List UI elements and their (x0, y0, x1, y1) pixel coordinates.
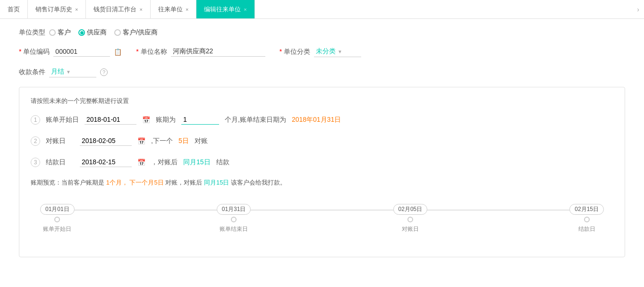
timeline-dot-2 (231, 217, 237, 222)
timeline-node-1: 01月01日 账单开始日 (40, 204, 75, 233)
step-2-date-input[interactable] (80, 136, 132, 146)
step-3-calendar-icon[interactable]: 📅 (137, 159, 145, 166)
step-3-date-input[interactable] (80, 157, 132, 167)
radio-customer-circle (49, 29, 56, 36)
step-1-period-input[interactable] (181, 115, 219, 125)
radio-customer[interactable]: 客户 (49, 28, 71, 37)
tab-partner-close[interactable]: × (186, 7, 188, 12)
timeline-nodes: 01月01日 账单开始日 01月31日 账单结束日 02月05日 对账日 02月… (40, 204, 604, 233)
tab-cash-work-close[interactable]: × (139, 7, 142, 12)
timeline-dot-1 (54, 217, 60, 222)
unit-name-input[interactable] (171, 47, 265, 57)
code-name-row: 单位编码 📋 单位名称 单位分类 未分类 ▼ (19, 46, 625, 57)
timeline-badge-3: 02月05日 (393, 204, 428, 215)
timeline-label-3: 对账日 (402, 225, 419, 233)
preview-mid: 对账，对账后 (165, 179, 202, 186)
radio-group: 客户 供应商 客户/供应商 (49, 28, 158, 37)
unit-type-row: 单位类型 客户 供应商 客户/供应商 (19, 28, 625, 37)
preview-part3: 同月15日 (204, 179, 229, 186)
payment-terms-group: 收款条件 月结 ▼ ? (19, 67, 108, 77)
unit-code-label: 单位编码 (19, 48, 50, 56)
step-1-label: 账单开始日 (46, 116, 79, 124)
tab-sales-history-close[interactable]: × (75, 7, 78, 12)
step-2-prefix: ,下一个 (151, 137, 173, 145)
unit-category-label: 单位分类 (280, 48, 310, 56)
radio-both-label: 客户/供应商 (123, 28, 158, 37)
step-2-suffix: 对账 (195, 137, 208, 145)
tab-edit-partner-close[interactable]: × (244, 7, 246, 12)
unit-name-label: 单位名称 (136, 48, 167, 56)
tab-home[interactable]: 首页 (0, 0, 28, 18)
step-1-period-suffix: 个月,账单结束日期为 (225, 116, 286, 124)
step-2-row: 2 对账日 📅 ,下一个 5日 对账 (31, 136, 613, 146)
payment-terms-label: 收款条件 (19, 68, 45, 76)
step-1-row: 1 账单开始日 📅 账期为 个月,账单结束日期为 2018年01月31日 (31, 115, 613, 125)
step-3-prefix: ，对账后 (151, 158, 178, 167)
timeline-label-4: 结款日 (578, 225, 595, 233)
timeline-dot-3 (407, 217, 413, 222)
timeline-node-4: 02月15日 结款日 (569, 204, 604, 233)
tab-sales-history[interactable]: 销售订单历史 × (28, 0, 86, 18)
step-1-date-input[interactable] (85, 115, 136, 125)
radio-supplier-label: 供应商 (87, 28, 107, 37)
timeline-dot-4 (584, 217, 590, 222)
tab-cash-work-label: 钱货日清工作台 (93, 5, 136, 14)
timeline-badge-2: 01月31日 (217, 204, 251, 215)
unit-code-group: 单位编码 📋 (19, 47, 122, 57)
preview-part1: 1个月， (106, 179, 128, 186)
step-3-highlight: 同月15日 (183, 158, 211, 167)
radio-both-circle (114, 29, 121, 36)
preview-end: 该客户会给我打款。 (231, 179, 286, 186)
payment-row: 收款条件 月结 ▼ ? (19, 67, 625, 77)
payment-terms-arrow: ▼ (66, 69, 71, 75)
radio-customer-label: 客户 (58, 28, 71, 37)
tabs-bar: 首页 销售订单历史 × 钱货日清工作台 × 往来单位 × 编辑往来单位 × › (0, 0, 644, 19)
radio-both[interactable]: 客户/供应商 (114, 28, 158, 37)
timeline-badge-4: 02月15日 (569, 204, 604, 215)
payment-terms-select[interactable]: 月结 ▼ (49, 67, 96, 77)
preview-label: 账期预览：当前客户账期是 (31, 179, 104, 186)
unit-code-input[interactable] (53, 47, 110, 57)
card-instruction: 请按照未来的一个完整帐期进行设置 (31, 97, 613, 105)
tab-edit-partner[interactable]: 编辑往来单位 × (196, 0, 254, 18)
unit-category-select[interactable]: 未分类 ▼ (314, 46, 361, 57)
tab-cash-work[interactable]: 钱货日清工作台 × (86, 0, 150, 18)
unit-category-value: 未分类 (316, 47, 336, 56)
step-3-suffix: 结款 (216, 158, 229, 167)
radio-supplier[interactable]: 供应商 (78, 28, 107, 37)
step-2-highlight: 5日 (178, 137, 189, 145)
payment-help-icon[interactable]: ? (100, 68, 108, 76)
unit-category-arrow: ▼ (338, 49, 342, 54)
tab-partner[interactable]: 往来单位 × (151, 0, 196, 18)
step-1-calendar-icon[interactable]: 📅 (142, 116, 150, 124)
payment-terms-value: 月结 (51, 68, 64, 76)
unit-name-group: 单位名称 (136, 47, 265, 57)
tab-sales-history-label: 销售订单历史 (35, 5, 72, 14)
tab-partner-label: 往来单位 (158, 5, 183, 14)
unit-category-group: 单位分类 未分类 ▼ (280, 46, 361, 57)
preview-part2: 下一个月5日 (129, 179, 163, 186)
step-1-period-text: 账期为 (156, 116, 176, 124)
unit-code-copy-icon[interactable]: 📋 (114, 48, 122, 56)
timeline-node-2: 01月31日 账单结束日 (217, 204, 251, 233)
radio-supplier-circle (78, 29, 85, 36)
step-1-num: 1 (31, 115, 40, 125)
timeline-label-2: 账单结束日 (220, 225, 248, 233)
main-content: 单位类型 客户 供应商 客户/供应商 单位编码 📋 (0, 19, 644, 287)
unit-type-label: 单位类型 (19, 28, 45, 37)
tab-home-label: 首页 (8, 5, 20, 14)
timeline-node-3: 02月05日 对账日 (393, 204, 428, 233)
timeline-container: 01月01日 账单开始日 01月31日 账单结束日 02月05日 对账日 02月… (31, 196, 613, 247)
timeline-label-1: 账单开始日 (43, 225, 71, 233)
settings-card: 请按照未来的一个完整帐期进行设置 1 账单开始日 📅 账期为 个月,账单结束日期… (19, 87, 625, 257)
step-2-num: 2 (31, 136, 40, 146)
unit-type-group: 单位类型 客户 供应商 客户/供应商 (19, 28, 158, 37)
step-3-row: 3 结款日 📅 ，对账后 同月15日 结款 (31, 157, 613, 167)
preview-text: 账期预览：当前客户账期是 1个月， 下一个月5日 对账，对账后 同月15日 该客… (31, 178, 613, 187)
step-1-end-date: 2018年01月31日 (292, 116, 341, 124)
step-2-calendar-icon[interactable]: 📅 (137, 137, 145, 145)
step-3-num: 3 (31, 158, 40, 167)
tabs-scroll-arrow[interactable]: › (632, 0, 644, 18)
step-2-label: 对账日 (46, 137, 74, 145)
tab-edit-partner-label: 编辑往来单位 (204, 5, 241, 14)
